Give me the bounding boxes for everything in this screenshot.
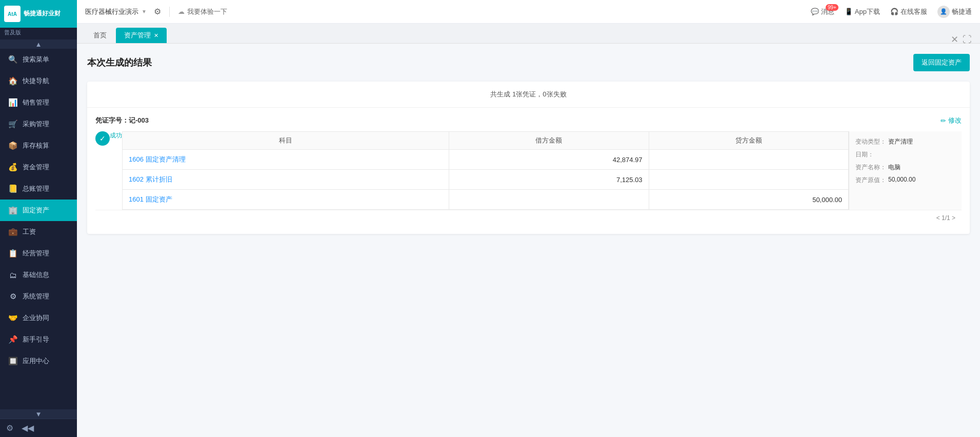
voucher-main: ✓ 成功 科目 借方金额 贷方金额 bbox=[95, 131, 962, 210]
debit-cell bbox=[449, 190, 649, 210]
sidebar-item-search[interactable]: 🔍 搜索菜单 bbox=[0, 49, 77, 70]
header: 医疗器械行业演示 ▼ ⚙ ☁ 我要体验一下 💬 消息 99+ 📱 App下载 🎧… bbox=[77, 0, 980, 24]
sidebar: AtA 畅捷通好业财 普及版 ▲ 🔍 搜索菜单 🏠 快捷导航 📊 销售管理 🛒 … bbox=[0, 0, 77, 437]
message-badge: 99+ bbox=[826, 4, 838, 11]
debit-cell: 42,874.97 bbox=[449, 150, 649, 170]
basic-info-icon: 🗂 bbox=[8, 270, 17, 280]
tabs-bar: 首页 资产管理 ✕ bbox=[77, 24, 980, 44]
credit-cell: 50,000.00 bbox=[649, 190, 848, 210]
sidebar-bottom: ⚙ ◀◀ bbox=[0, 419, 77, 437]
sidebar-edition: 普及版 bbox=[0, 28, 77, 39]
change-type-value: 资产清理 bbox=[888, 137, 913, 146]
username: 畅捷通 bbox=[952, 7, 972, 16]
experience-label: 我要体验一下 bbox=[187, 7, 227, 16]
settings-icon[interactable]: ⚙ bbox=[6, 423, 13, 433]
subject-cell: 1606 固定资产清理 bbox=[123, 150, 449, 170]
sidebar-nav: 🔍 搜索菜单 🏠 快捷导航 📊 销售管理 🛒 采购管理 📦 库存核算 💰 资金管… bbox=[0, 49, 77, 409]
sidebar-item-basic-info[interactable]: 🗂 基础信息 bbox=[0, 264, 77, 286]
sidebar-item-app-center[interactable]: 🔲 应用中心 bbox=[0, 350, 77, 372]
header-divider bbox=[169, 7, 170, 17]
col-subject: 科目 bbox=[123, 132, 449, 150]
edit-button[interactable]: ✏ 修改 bbox=[941, 116, 962, 125]
asset-name-value: 电脑 bbox=[888, 163, 901, 172]
app-center-icon: 🔲 bbox=[8, 356, 17, 366]
purchase-icon: 🛒 bbox=[8, 120, 17, 129]
asset-value-label: 资产原值： bbox=[855, 176, 886, 185]
fixed-assets-icon: 🏢 bbox=[8, 206, 17, 215]
tab-asset-management[interactable]: 资产管理 ✕ bbox=[116, 28, 167, 43]
app-download-button[interactable]: 📱 App下载 bbox=[845, 7, 880, 16]
main-area: 医疗器械行业演示 ▼ ⚙ ☁ 我要体验一下 💬 消息 99+ 📱 App下载 🎧… bbox=[77, 0, 980, 437]
asset-value-value: 50,000.00 bbox=[888, 176, 915, 183]
gear-icon[interactable]: ⚙ bbox=[154, 7, 161, 16]
system-icon: ⚙ bbox=[8, 292, 17, 301]
voucher-header: 凭证字号：记-003 ✏ 修改 bbox=[95, 116, 962, 125]
side-info-asset-name: 资产名称： 电脑 bbox=[855, 163, 955, 172]
side-info-change-type: 变动类型： 资产清理 bbox=[855, 137, 955, 146]
app-download-label: App下载 bbox=[855, 7, 880, 16]
result-summary: 共生成 1张凭证，0张失败 bbox=[87, 82, 970, 108]
sidebar-item-cooperation[interactable]: 🤝 企业协同 bbox=[0, 307, 77, 329]
table-row: 1601 固定资产 50,000.00 bbox=[123, 190, 849, 210]
operations-icon: 📋 bbox=[8, 249, 17, 258]
chevron-down-icon: ▼ bbox=[142, 9, 147, 14]
asset-name-label: 资产名称： bbox=[855, 163, 886, 172]
experience-button[interactable]: ☁ 我要体验一下 bbox=[178, 7, 227, 16]
table-row: 1606 固定资产清理 42,874.97 bbox=[123, 150, 849, 170]
sidebar-item-label: 新手引导 bbox=[23, 335, 49, 344]
sidebar-item-label: 销售管理 bbox=[23, 98, 49, 107]
sidebar-item-label: 总账管理 bbox=[23, 184, 49, 193]
close-panel-button[interactable]: ✕ bbox=[951, 34, 958, 45]
edit-icon: ✏ bbox=[941, 117, 946, 125]
voucher-table: 科目 借方金额 贷方金额 1606 固定资产清理 42,874.97 bbox=[122, 131, 849, 210]
logo-text: 畅捷通好业财 bbox=[24, 10, 61, 18]
salary-icon: 💼 bbox=[8, 227, 17, 236]
sidebar-item-guide[interactable]: 📌 新手引导 bbox=[0, 329, 77, 350]
home-icon: 🏠 bbox=[8, 76, 17, 86]
success-icon: ✓ bbox=[95, 131, 110, 146]
cloud-icon: ☁ bbox=[178, 8, 185, 15]
return-button[interactable]: 返回固定资产 bbox=[913, 54, 970, 71]
col-credit: 贷方金额 bbox=[649, 132, 848, 150]
sidebar-item-label: 应用中心 bbox=[23, 356, 49, 366]
sidebar-item-fixed-assets[interactable]: 🏢 固定资产 bbox=[0, 200, 77, 221]
sidebar-item-finance[interactable]: 💰 资金管理 bbox=[0, 156, 77, 178]
col-debit: 借方金额 bbox=[449, 132, 649, 150]
subject-cell: 1601 固定资产 bbox=[123, 190, 449, 210]
credit-cell bbox=[649, 170, 848, 190]
date-label: 日期： bbox=[855, 150, 874, 159]
message-button[interactable]: 💬 消息 99+ bbox=[811, 7, 834, 16]
side-info-asset-value: 资产原值： 50,000.00 bbox=[855, 176, 955, 185]
user-menu[interactable]: 👤 畅捷通 bbox=[937, 6, 972, 18]
sidebar-item-purchase[interactable]: 🛒 采购管理 bbox=[0, 113, 77, 135]
company-selector[interactable]: 医疗器械行业演示 ▼ bbox=[85, 7, 147, 16]
sidebar-item-operations[interactable]: 📋 经营管理 bbox=[0, 243, 77, 264]
debit-cell: 7,125.03 bbox=[449, 170, 649, 190]
sidebar-item-ledger[interactable]: 📒 总账管理 bbox=[0, 178, 77, 200]
voucher-table-wrap: 科目 借方金额 贷方金额 1606 固定资产清理 42,874.97 bbox=[122, 131, 849, 210]
sidebar-item-label: 系统管理 bbox=[23, 292, 49, 301]
sidebar-item-system[interactable]: ⚙ 系统管理 bbox=[0, 286, 77, 307]
online-service-button[interactable]: 🎧 在线客服 bbox=[890, 7, 927, 16]
company-name: 医疗器械行业演示 bbox=[85, 7, 138, 16]
sidebar-item-quick-nav[interactable]: 🏠 快捷导航 bbox=[0, 70, 77, 92]
tab-close-icon[interactable]: ✕ bbox=[154, 32, 158, 39]
sidebar-item-label: 采购管理 bbox=[23, 120, 49, 129]
sidebar-scroll-up[interactable]: ▲ bbox=[0, 39, 77, 49]
tab-home[interactable]: 首页 bbox=[85, 28, 115, 43]
expand-panel-button[interactable]: ⛶ bbox=[963, 34, 972, 45]
table-row: 1602 累计折旧 7,125.03 bbox=[123, 170, 849, 190]
sidebar-item-inventory[interactable]: 📦 库存核算 bbox=[0, 135, 77, 156]
page-title: 本次生成的结果 bbox=[87, 56, 152, 69]
status-text: 成功 bbox=[110, 131, 122, 210]
finance-icon: 💰 bbox=[8, 163, 17, 172]
logo-icon: AtA bbox=[4, 6, 21, 22]
sidebar-item-label: 经营管理 bbox=[23, 249, 49, 258]
sidebar-item-sales[interactable]: 📊 销售管理 bbox=[0, 92, 77, 113]
collapse-icon[interactable]: ◀◀ bbox=[22, 423, 34, 433]
sidebar-scroll-down[interactable]: ▼ bbox=[0, 409, 77, 419]
side-info-date: 日期： bbox=[855, 150, 955, 159]
sidebar-item-label: 基础信息 bbox=[23, 270, 49, 280]
sidebar-item-salary[interactable]: 💼 工资 bbox=[0, 221, 77, 243]
sidebar-item-label: 企业协同 bbox=[23, 313, 49, 323]
